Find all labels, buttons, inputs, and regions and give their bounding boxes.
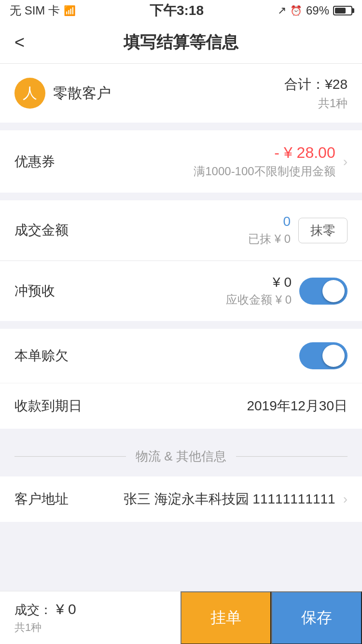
prepayment-right: ¥ 0 应收金额 ¥ 0 (226, 275, 348, 308)
save-button[interactable]: 保存 (271, 591, 362, 644)
coupon-row[interactable]: 优惠券 - ¥ 28.00 满1000-100不限制使用金额 › (0, 130, 362, 193)
bottom-info: 成交： ¥ 0 共1种 (0, 601, 181, 635)
bottom-bar: 成交： ¥ 0 共1种 挂单 保存 (0, 591, 362, 644)
prepayment-toggle[interactable] (299, 278, 348, 305)
coupon-value-col: - ¥ 28.00 满1000-100不限制使用金额 (194, 144, 335, 179)
status-time: 下午3:18 (150, 1, 204, 20)
address-row[interactable]: 客户地址 张三 海淀永丰科技园 11111111111 › (0, 476, 362, 522)
address-value: 张三 海淀永丰科技园 11111111111 (124, 490, 335, 508)
logistics-text: 物流 & 其他信息 (136, 448, 226, 465)
coupon-card: 优惠券 - ¥ 28.00 满1000-100不限制使用金额 › (0, 130, 362, 193)
hang-button[interactable]: 挂单 (181, 591, 271, 644)
deal-amount-col: 已抹 ¥ 0 (248, 214, 291, 247)
debt-row: 本单赊欠 (0, 329, 362, 383)
debt-toggle-knob (322, 345, 345, 367)
battery-percent: 69% (306, 4, 329, 17)
page-title: 填写结算等信息 (124, 31, 238, 54)
deal-amount-right: 已抹 ¥ 0 抹零 (248, 214, 348, 247)
address-card: 客户地址 张三 海淀永丰科技园 11111111111 › (0, 476, 362, 522)
avatar-icon: 人 (23, 84, 37, 103)
due-date-value: 2019年12月30日 (247, 397, 348, 415)
prepayment-value: ¥ 0 (226, 275, 292, 290)
logistics-header: 物流 & 其他信息 (0, 436, 362, 476)
status-right: ↗ ⏰ 69% (278, 4, 352, 17)
coupon-right: - ¥ 28.00 满1000-100不限制使用金额 › (194, 144, 348, 179)
alarm-icon: ⏰ (290, 5, 302, 16)
customer-row: 人 零散客户 合计：¥28 共1种 (0, 64, 362, 123)
deal-amount-label: 成交金额 (14, 221, 72, 239)
customer-card: 人 零散客户 合计：¥28 共1种 (0, 64, 362, 123)
prepayment-col: ¥ 0 应收金额 ¥ 0 (226, 275, 292, 308)
customer-count: 共1种 (284, 96, 348, 111)
address-right: 张三 海淀永丰科技园 11111111111 › (124, 490, 348, 508)
address-label: 客户地址 (14, 490, 72, 508)
debt-card: 本单赊欠 收款到期日 2019年12月30日 (0, 329, 362, 429)
coupon-chevron: › (343, 154, 348, 169)
address-chevron: › (343, 491, 348, 507)
deal-amount-input[interactable] (252, 214, 291, 229)
debt-toggle[interactable] (299, 342, 348, 369)
bottom-deal-label: 成交： (14, 602, 52, 618)
deal-amount-sub: 已抹 ¥ 0 (248, 231, 291, 247)
prepayment-label: 冲预收 (14, 282, 72, 300)
customer-total: 合计：¥28 (284, 75, 348, 94)
logistics-line-left (14, 456, 126, 457)
toggle-knob (322, 280, 345, 302)
status-left: 无 SIM 卡 📶 (10, 3, 76, 18)
deal-amount-row: 成交金额 已抹 ¥ 0 抹零 (0, 200, 362, 261)
coupon-label: 优惠券 (14, 153, 72, 171)
bottom-deal-amount: ¥ 0 (56, 601, 76, 617)
transaction-card: 成交金额 已抹 ¥ 0 抹零 冲预收 ¥ 0 应收金额 ¥ 0 (0, 200, 362, 321)
customer-summary: 合计：¥28 共1种 (284, 75, 348, 111)
avatar: 人 (14, 78, 45, 109)
status-bar: 无 SIM 卡 📶 下午3:18 ↗ ⏰ 69% (0, 0, 362, 21)
content: 人 零散客户 合计：¥28 共1种 优惠券 - ¥ 28.00 满1000-10… (0, 64, 362, 588)
round-zero-button[interactable]: 抹零 (298, 218, 348, 243)
prepayment-row: 冲预收 ¥ 0 应收金额 ¥ 0 (0, 261, 362, 321)
logistics-line-right (236, 456, 348, 457)
customer-left: 人 零散客户 (14, 78, 111, 109)
location-icon: ↗ (278, 4, 286, 17)
debt-label: 本单赊欠 (14, 347, 72, 365)
logistics-header-inner: 物流 & 其他信息 (14, 448, 348, 465)
nav-bar: < 填写结算等信息 (0, 21, 362, 64)
coupon-value: - ¥ 28.00 (194, 144, 335, 162)
bottom-deal: 成交： ¥ 0 (14, 601, 166, 618)
prepayment-sub: 应收金额 ¥ 0 (226, 292, 292, 308)
bottom-count: 共1种 (14, 620, 166, 635)
due-date-label: 收款到期日 (14, 397, 82, 415)
back-button[interactable]: < (14, 32, 25, 53)
due-date-row: 收款到期日 2019年12月30日 (0, 383, 362, 429)
carrier-label: 无 SIM 卡 (10, 3, 60, 18)
coupon-sub: 满1000-100不限制使用金额 (194, 164, 335, 179)
battery-icon (333, 6, 352, 15)
customer-name: 零散客户 (53, 84, 111, 103)
wifi-icon: 📶 (64, 5, 76, 16)
debt-right (299, 342, 348, 369)
